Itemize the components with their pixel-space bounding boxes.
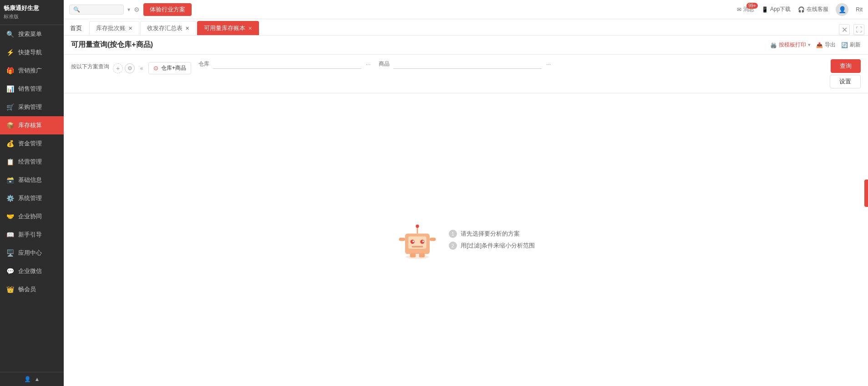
warehouse-more-btn[interactable]: ···	[365, 60, 371, 68]
sidebar-item-marketing[interactable]: 🎁 营销推广	[0, 62, 64, 80]
right-scroll-handle[interactable]	[864, 180, 868, 207]
export-action[interactable]: 📤 导出	[816, 41, 836, 49]
print-chevron-icon[interactable]: ▾	[808, 42, 811, 48]
sidebar-item-tutorial[interactable]: 📖 新手引导	[0, 226, 64, 244]
database-icon: 🗃️	[5, 175, 15, 185]
sidebar-item-label: 系统管理	[18, 194, 58, 202]
sidebar-bottom-user[interactable]: 👤 ▲	[4, 376, 60, 382]
filter-row: 按以下方案查询 + ⚙ « ⊙ 仓库+商品	[71, 59, 861, 88]
headset-icon: 🎧	[798, 6, 805, 13]
svg-rect-12	[410, 253, 416, 257]
sidebar-item-basic[interactable]: 🗃️ 基础信息	[0, 171, 64, 189]
clipboard-icon: 📋	[5, 157, 15, 166]
export-icon: 📤	[816, 42, 823, 48]
industry-btn[interactable]: 体验行业方案	[143, 3, 192, 16]
warehouse-field-label: 仓库	[198, 60, 209, 68]
chat-icon: 💬	[5, 267, 15, 276]
money-icon: 💰	[5, 139, 15, 148]
sidebar-item-label: 库存核算	[18, 121, 58, 129]
topbar-chevron-icon[interactable]: ▾	[127, 6, 130, 13]
summary-tab-label: 收发存汇总表	[147, 24, 183, 32]
sidebar-item-appstore[interactable]: 🖥️ 应用中心	[0, 244, 64, 262]
scheme-item-warehouse[interactable]: ⊙ 仓库+商品	[148, 62, 191, 74]
export-label: 导出	[825, 41, 836, 49]
search-icon: 🔍	[73, 6, 80, 13]
sidebar-item-label: 搜索菜单	[18, 30, 58, 38]
sidebar-item-sales[interactable]: 📊 销售管理	[0, 80, 64, 98]
handshake-icon: 🤝	[5, 212, 15, 221]
sidebar-item-member[interactable]: 👑 畅会员	[0, 280, 64, 299]
msg-btn[interactable]: ✉ 消息 99+	[737, 5, 754, 13]
print-label: 按模板打印	[779, 41, 806, 49]
sidebar-item-label: 采购管理	[18, 103, 58, 111]
warehouse-input[interactable]	[213, 59, 361, 69]
sidebar-item-system[interactable]: ⚙️ 系统管理	[0, 189, 64, 207]
tab-summary[interactable]: 收发存汇总表 ✕	[140, 21, 196, 35]
sidebar: 畅康通好生意 标准版 🔍 搜索菜单 ⚡ 快捷导航 🎁 营销推广 📊 销售管理	[0, 0, 64, 386]
svg-rect-13	[419, 253, 425, 257]
user-icon: 👤	[24, 376, 31, 382]
product-more-btn[interactable]: ···	[545, 60, 552, 68]
sidebar-item-label: 快捷导航	[18, 48, 58, 57]
empty-state: 1 请先选择要分析的方案 2 用[过滤]条件来缩小分析范围	[397, 219, 535, 260]
avatar[interactable]: 👤	[836, 3, 848, 16]
username[interactable]: Rit	[856, 6, 863, 13]
sidebar-item-operations[interactable]: 📋 经营管理	[0, 153, 64, 171]
app-name: 畅康通好生意	[4, 5, 60, 12]
crown-icon: 👑	[5, 285, 15, 294]
sidebar-item-inventory[interactable]: 📦 库存核算	[0, 116, 64, 134]
sidebar-item-label: 营销推广	[18, 67, 58, 75]
search-input[interactable]	[82, 6, 118, 13]
app-download-btn[interactable]: 📱 App下载	[761, 5, 791, 13]
query-button[interactable]: 查询	[831, 59, 861, 73]
filter-fields: 仓库 ··· 商品 ···	[198, 59, 822, 69]
product-input[interactable]	[393, 59, 542, 69]
tabbar-close-all-btn[interactable]: ✕	[839, 24, 850, 35]
scheme-collapse-btn[interactable]: «	[137, 63, 147, 73]
filter-field-warehouse: 仓库 ···	[198, 59, 371, 69]
sidebar-item-shortcut[interactable]: ⚡ 快捷导航	[0, 43, 64, 62]
sidebar-item-label: 新手引导	[18, 231, 58, 239]
sidebar-item-finance[interactable]: 💰 资金管理	[0, 134, 64, 153]
print-action[interactable]: 🖨️ 按模板打印 ▾	[770, 41, 811, 49]
page-area: 可用量查询(按仓库+商品) 🖨️ 按模板打印 ▾ 📤 导出 🔄 刷新	[64, 36, 868, 386]
query-btn-area: 查询 设置	[830, 59, 861, 88]
app-container: 畅康通好生意 标准版 🔍 搜索菜单 ⚡ 快捷导航 🎁 营销推广 📊 销售管理	[0, 0, 868, 386]
tab-batch[interactable]: 库存批次账 ✕	[89, 21, 139, 35]
settings-button[interactable]: 设置	[830, 75, 861, 88]
sidebar-item-search[interactable]: 🔍 搜索菜单	[0, 25, 64, 43]
tab-batch-close[interactable]: ✕	[128, 26, 132, 31]
topbar-right: ✉ 消息 99+ 📱 App下载 🎧 在线客服 👤 Rit	[737, 3, 863, 16]
refresh-action[interactable]: 🔄 刷新	[841, 41, 861, 49]
topbar-search-box[interactable]: 🔍	[69, 5, 124, 15]
tab-available-close[interactable]: ✕	[248, 26, 252, 31]
sidebar-scroll-up[interactable]: ▲	[35, 376, 40, 382]
scheme-settings-btn[interactable]: ⚙	[125, 63, 135, 73]
svg-rect-11	[430, 238, 436, 241]
empty-tips: 1 请先选择要分析的方案 2 用[过滤]条件来缩小分析范围	[449, 230, 535, 250]
available-tab-label: 可用量库存账本	[204, 24, 245, 32]
filter-scheme-section: 按以下方案查询 + ⚙ « ⊙ 仓库+商品	[71, 59, 191, 74]
product-field-label: 商品	[379, 60, 390, 68]
msg-icon: ✉	[737, 6, 741, 13]
sidebar-item-purchase[interactable]: 🛒 采购管理	[0, 98, 64, 116]
sidebar-item-label: 资金管理	[18, 139, 58, 148]
tab-summary-close[interactable]: ✕	[185, 26, 189, 31]
sidebar-item-label: 销售管理	[18, 85, 58, 93]
lightning-icon: ⚡	[5, 48, 15, 57]
svg-point-6	[422, 241, 424, 242]
content-area: 1 请先选择要分析的方案 2 用[过滤]条件来缩小分析范围	[64, 93, 868, 386]
sidebar-item-wechat[interactable]: 💬 企业微信	[0, 262, 64, 280]
tabbar-expand-btn[interactable]: ⛶	[853, 24, 864, 35]
filter-label: 按以下方案查询	[71, 60, 109, 71]
sidebar-item-label: 企业微信	[18, 267, 58, 275]
scheme-add-btn[interactable]: +	[113, 63, 123, 73]
online-service-btn[interactable]: 🎧 在线客服	[798, 5, 828, 13]
tab-home[interactable]: 首页	[64, 21, 88, 35]
topbar-gear-icon[interactable]: ⚙	[134, 6, 140, 13]
refresh-icon: 🔄	[841, 42, 848, 48]
svg-rect-7	[411, 246, 423, 248]
sidebar-item-enterprise[interactable]: 🤝 企业协同	[0, 207, 64, 226]
tab-available[interactable]: 可用量库存账本 ✕	[197, 21, 259, 35]
sidebar-header: 畅康通好生意 标准版	[0, 0, 64, 25]
